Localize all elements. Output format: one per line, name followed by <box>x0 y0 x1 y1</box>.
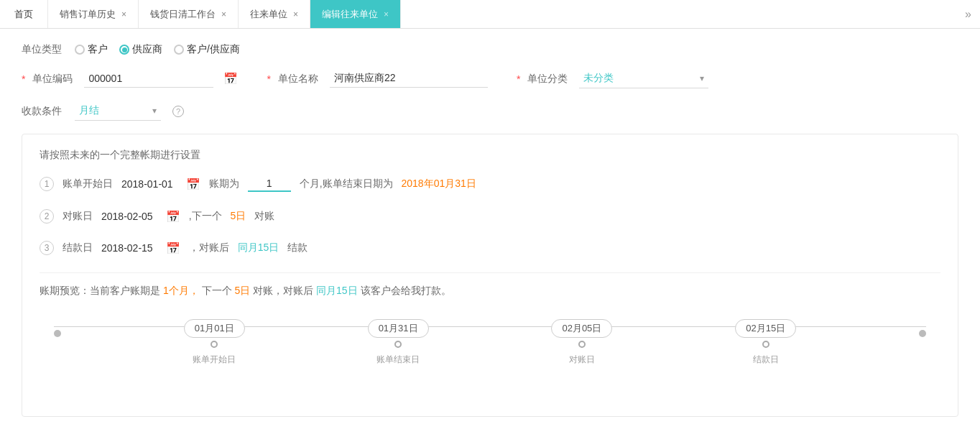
unit-code-input[interactable] <box>84 70 213 88</box>
main-content: 单位类型 客户 供应商 客户/供应商 * 单位编码 📅 * 单位名称 <box>0 29 980 437</box>
step-2-calendar-icon[interactable]: 📅 <box>166 210 180 224</box>
step-2-desc-highlight: 5日 <box>231 210 246 223</box>
unit-name-label: 单位名称 <box>278 73 318 86</box>
unit-category-arrow-icon: ▾ <box>700 73 704 83</box>
timeline-node-4: 02月15日 结款日 <box>735 319 796 366</box>
unit-category-field: * 单位分类 未分类 ▾ <box>517 69 708 88</box>
unit-name-required: * <box>267 73 270 85</box>
step-1-label: 账单开始日 <box>63 178 113 190</box>
timeline-badge-3: 02月05日 <box>551 319 612 338</box>
preview-text4: 该客户会给我打款。 <box>361 285 451 296</box>
step-3-date: 2018-02-15 <box>101 242 153 254</box>
step-1-date: 2018-01-01 <box>121 178 173 190</box>
timeline-label-1: 账单开始日 <box>193 354 236 366</box>
step-1-period-unit: 个月,账单结束日期为 <box>300 178 393 190</box>
step-1-period-end: 2018年01月31日 <box>402 178 476 190</box>
timeline-node-2: 01月31日 账单结束日 <box>368 319 429 366</box>
unit-code-required: * <box>22 73 25 85</box>
step-2-label: 对账日 <box>63 210 93 223</box>
preview-text: 账期预览：当前客户账期是 1个月， 下一个 5日 对账，对账后 同月15日 该客… <box>40 285 940 298</box>
timeline-badge-2: 01月31日 <box>368 319 429 338</box>
unit-name-input[interactable] <box>330 70 488 88</box>
step-2-num: 2 <box>40 209 54 224</box>
timeline-badge-1: 01月01日 <box>184 319 245 338</box>
unit-type-label: 单位类型 <box>22 43 62 56</box>
tab-more[interactable]: » <box>956 8 980 21</box>
step-3-calendar-icon[interactable]: 📅 <box>166 242 180 255</box>
tab-sales-history[interactable]: 销售订单历史 × <box>48 0 139 28</box>
unit-code-label: 单位编码 <box>32 73 73 86</box>
timeline-left-end <box>54 319 61 337</box>
preview-label: 账期预览：当前客户账期是 <box>40 285 160 296</box>
radio-supplier[interactable]: 供应商 <box>119 43 162 56</box>
unit-code-field: * 单位编码 📅 <box>22 70 238 88</box>
radio-group-unit-type: 客户 供应商 客户/供应商 <box>75 43 240 56</box>
period-settings-card: 请按照未来的一个完整帐期进行设置 1 账单开始日 2018-01-01 📅 账期… <box>22 134 958 417</box>
tab-cash-daily-close[interactable]: × <box>221 9 226 19</box>
timeline-nodes: 01月01日 账单开始日 01月31日 账单结束日 <box>54 319 926 366</box>
step-1-calendar-icon[interactable]: 📅 <box>186 178 200 191</box>
payment-terms-help-icon[interactable]: ? <box>172 106 184 117</box>
step-3-desc-prefix: ，对账后 <box>189 242 229 254</box>
timeline-node-3: 02月05日 对账日 <box>551 319 612 366</box>
timeline-right-end <box>919 319 926 337</box>
step-2-desc-prefix: ,下一个 <box>189 210 222 223</box>
step-3-desc-suffix: 结款 <box>287 242 308 254</box>
timeline-label-3: 对账日 <box>569 354 595 366</box>
step-1-num: 1 <box>40 177 54 191</box>
tab-edit-partner-close[interactable]: × <box>384 9 389 19</box>
step-1-period-input[interactable] <box>248 176 291 192</box>
preview-highlight3: 同月15日 <box>316 285 358 296</box>
timeline-container: 01月01日 账单开始日 01月31日 账单结束日 <box>40 312 940 402</box>
tab-home[interactable]: 首页 <box>0 0 48 28</box>
preview-text3: 对账，对账后 <box>253 285 313 296</box>
radio-customer-circle <box>75 45 85 55</box>
unit-category-required: * <box>517 73 520 85</box>
radio-customer-supplier[interactable]: 客户/供应商 <box>174 43 240 56</box>
tab-partner-close[interactable]: × <box>293 9 298 19</box>
timeline-dot-3 <box>578 341 586 348</box>
tab-partner[interactable]: 往来单位 × <box>239 0 310 28</box>
step-3-label: 结款日 <box>63 242 93 254</box>
timeline-dot-4 <box>762 341 769 348</box>
timeline-node-1: 01月01日 账单开始日 <box>184 319 245 366</box>
payment-terms-arrow-icon: ▾ <box>152 106 157 116</box>
step-1-period-label: 账期为 <box>209 178 239 190</box>
timeline-label-2: 账单结束日 <box>376 354 420 366</box>
timeline-left-dot <box>54 330 61 337</box>
preview-text2: 下一个 <box>202 285 232 296</box>
payment-terms-label: 收款条件 <box>22 105 62 118</box>
unit-category-dropdown[interactable]: 未分类 ▾ <box>579 69 708 88</box>
payment-terms-dropdown[interactable]: 月结 ▾ <box>75 101 161 121</box>
preview-section: 账期预览：当前客户账期是 1个月， 下一个 5日 对账，对账后 同月15日 该客… <box>40 272 940 402</box>
timeline-label-4: 结款日 <box>753 354 779 366</box>
unit-category-label: 单位分类 <box>527 73 568 86</box>
unit-category-value: 未分类 <box>583 72 695 85</box>
timeline-right-dot <box>919 330 926 337</box>
step-3-num: 3 <box>40 241 54 255</box>
unit-type-row: 单位类型 客户 供应商 客户/供应商 <box>22 43 958 56</box>
unit-info-row: * 单位编码 📅 * 单位名称 * 单位分类 未分类 ▾ <box>22 69 958 88</box>
step-2-date: 2018-02-05 <box>101 211 153 222</box>
unit-code-calendar-icon[interactable]: 📅 <box>223 72 238 86</box>
unit-name-field: * 单位名称 <box>267 70 487 88</box>
tab-edit-partner[interactable]: 编辑往来单位 × <box>310 0 401 28</box>
timeline-badge-4: 02月15日 <box>735 319 796 338</box>
timeline-dot-1 <box>211 341 218 348</box>
step-3-row: 3 结款日 2018-02-15 📅 ，对账后 同月15日 结款 <box>40 241 940 255</box>
preview-highlight1: 1个月， <box>163 285 199 296</box>
radio-customer[interactable]: 客户 <box>75 43 108 56</box>
radio-customer-supplier-circle <box>174 45 184 55</box>
tab-sales-history-close[interactable]: × <box>121 9 126 19</box>
step-1-row: 1 账单开始日 2018-01-01 📅 账期为 个月,账单结束日期为 2018… <box>40 176 940 192</box>
step-2-row: 2 对账日 2018-02-05 📅 ,下一个 5日 对账 <box>40 209 940 224</box>
step-2-desc-suffix: 对账 <box>254 210 274 223</box>
radio-supplier-circle <box>119 45 129 55</box>
step-3-desc-highlight: 同月15日 <box>238 242 279 254</box>
tab-bar: 首页 销售订单历史 × 钱货日清工作台 × 往来单位 × 编辑往来单位 × » <box>0 0 980 29</box>
payment-terms-value: 月结 <box>79 104 148 117</box>
preview-highlight2: 5日 <box>234 285 250 296</box>
timeline-dot-2 <box>394 341 402 348</box>
payment-terms-row: 收款条件 月结 ▾ ? <box>22 101 958 121</box>
tab-cash-daily[interactable]: 钱货日清工作台 × <box>139 0 239 28</box>
